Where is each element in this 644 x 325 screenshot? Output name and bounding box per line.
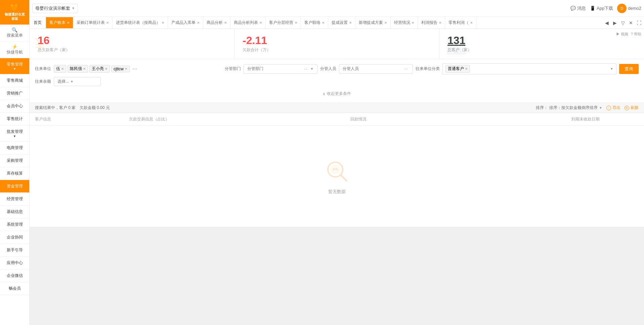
sidebar-item-inventory[interactable]: 库存核算 [0,167,29,180]
unit-label: 往来单位 [35,66,51,72]
dept-more-icon: ··· [303,66,309,72]
dept-select[interactable]: 分管部门 ··· ▼ [244,64,317,74]
tab-goods-analysis[interactable]: 商品分析 ✕ [203,17,230,28]
tab-retail-profit[interactable]: 零售利润（ ✕ [445,17,476,28]
tab-profit-report[interactable]: 利润报告 ✕ [418,17,445,28]
tab-close-retail-profit[interactable]: ✕ [470,21,473,25]
tab-customer-segment[interactable]: 客户分层经营 ✕ [266,17,301,28]
collapse-button[interactable]: ∧ 收起更多条件 [35,89,639,99]
app-download-button[interactable]: 📱 App下载 [590,5,613,11]
tab-close-all[interactable]: ✕ [627,19,635,27]
sidebar-item-ecom[interactable]: 电商管理 [0,142,29,154]
col-overdue-date: 到期未收款日期 [571,116,639,122]
sidebar-item-marketing[interactable]: 营销推广 [0,87,29,100]
tab-close-stock-stats[interactable]: ✕ [162,21,164,25]
tab-close-new-promotion[interactable]: ✕ [384,21,387,25]
tab-stock-stats[interactable]: 进货单统计表（按商品） ✕ [113,17,168,28]
stat-clients-label: 总客户（家） [447,47,636,53]
tab-purchase-stats[interactable]: 采购订单统计表 ✕ [73,17,113,28]
sidebar-item-basic[interactable]: 基础信息 [0,206,29,218]
unit-class-chevron: ▼ [610,67,613,71]
topbar-left: 母婴行业演示帐套 ▼ [32,4,78,13]
tab-produce-in[interactable]: 产成品入库单 ✕ [168,17,203,28]
tab-close-customer-segment[interactable]: ✕ [295,21,297,25]
filter-area: 往来单位 伍 ✕ 陈民强 ✕ 王小亮 ✕ cjttcw [30,59,644,103]
unit-tag-chen-close[interactable]: ✕ [83,67,86,71]
query-button[interactable]: 查询 [619,64,639,74]
tab-new-promotion[interactable]: 新增提成方案 ✕ [355,17,391,28]
sidebar-item-wechat[interactable]: 企业微信 [0,269,29,282]
stat-help-buttons: ▶ 视频 ? 帮助 [616,32,641,37]
sidebar-item-system[interactable]: 系统管理 [0,218,29,231]
balance-label: 往来余额 [35,79,51,84]
sidebar-item-retail-mall[interactable]: 零售商城 [0,74,29,87]
sidebar-item-retail[interactable]: 零售管理 ▼ [0,58,29,74]
tab-more-menu[interactable]: ▽ [619,19,627,27]
sidebar-item-app-center[interactable]: 应用中心 [0,257,29,269]
sidebar-item-retail-stats[interactable]: 零售统计 [0,113,29,125]
tab-goods-analysis-list[interactable]: 商品分析列表 ✕ [230,17,266,28]
store-selector[interactable]: 母婴行业演示帐套 ▼ [32,4,78,13]
sidebar-item-purchase[interactable]: 采购管理 [0,154,29,167]
sidebar: 🧡 畅捷通好生意 标版 🔍 搜索菜单 ⚡ 快捷导航 零售管理 ▼ 零售商城 营销… [0,0,30,325]
result-summary: 搜索结果中，客户 0 家 欠款金额 0.00 元 [35,105,110,111]
message-button[interactable]: 💬 消息 [570,5,586,11]
sidebar-item-finance[interactable]: 资金管理 [0,180,29,193]
col-payment: 回款情况 [350,116,572,122]
export-button[interactable]: ↑ 导出 [606,105,620,111]
tab-scroll-left[interactable]: ◀ [603,19,610,27]
tab-close-customer-contact[interactable]: ✕ [322,21,325,25]
col-customer-info: 客户信息 [35,116,129,122]
tab-operations[interactable]: 经营情况 ✕ [391,17,418,28]
help-btn[interactable]: ? 帮助 [631,32,641,37]
user-menu[interactable]: D demo2 [617,4,641,13]
tab-home[interactable]: 首页 [30,17,46,28]
sidebar-item-search[interactable]: 🔍 搜索菜单 [0,25,29,41]
sidebar-item-guide[interactable]: 新手引导 [0,244,29,257]
stat-bg-icon-debt: ✦ [240,33,255,55]
tab-close-goods-analysis[interactable]: ✕ [224,21,227,25]
unit-tag-wu-close[interactable]: ✕ [61,67,64,71]
tab-scroll-right[interactable]: ▶ [611,19,618,27]
sort-selector[interactable]: 排序： 排序：按欠款金额倒序排序 ▼ [536,105,602,111]
balance-select[interactable]: 选择... ▼ [54,77,101,86]
tab-accounts[interactable]: 客户账本 ✕ [46,17,73,28]
result-bar-right: 排序： 排序：按欠款金额倒序排序 ▼ ↑ 导出 ↻ 刷新 [536,105,639,111]
unit-tag-cj-close[interactable]: ✕ [125,67,127,71]
sidebar-item-quick-nav[interactable]: ⚡ 快捷导航 [0,41,29,58]
person-select[interactable]: 分管人员 ··· [339,64,413,74]
avatar: D [617,4,627,13]
stat-customers-label: 总欠款客户（家） [38,47,226,53]
unit-tag-wang[interactable]: 王小亮 ✕ [89,65,110,73]
unit-class-tag-normal[interactable]: 普通客户 ✕ [445,65,470,73]
tab-close-accounts[interactable]: ✕ [67,21,70,25]
sidebar-item-batch[interactable]: 批发管理 ▼ [0,125,29,142]
dept-chevron: ▼ [310,67,314,71]
unit-tag-cj[interactable]: cjttcw ✕ [111,66,130,72]
video-help-btn[interactable]: ▶ 视频 [616,32,628,37]
tab-expand[interactable]: ⛶ [635,19,643,27]
tab-close-operations[interactable]: ✕ [412,21,414,25]
unit-tags-more[interactable]: ··· [131,65,139,73]
unit-class-select[interactable]: 普通客户 ✕ ▼ [442,63,617,74]
unit-tag-wang-close[interactable]: ✕ [105,67,108,71]
tab-close-goods-analysis-list[interactable]: ✕ [259,21,262,25]
tab-close-profit-report[interactable]: ✕ [439,21,441,25]
dept-placeholder: 分管部门 [247,66,302,72]
person-placeholder: 分管人员 [343,66,402,72]
sidebar-item-member[interactable]: 会员中心 [0,100,29,113]
unit-tag-chen[interactable]: 陈民强 ✕ [68,65,88,73]
sidebar-item-ops[interactable]: 经营管理 [0,193,29,206]
tab-close-promotion-settings[interactable]: ✕ [349,21,352,25]
refresh-button[interactable]: ↻ 刷新 [625,105,639,111]
unit-class-tag-close[interactable]: ✕ [465,67,468,71]
stat-debt-label: 欠款合计（万） [243,47,431,53]
unit-tag-wu[interactable]: 伍 ✕ [54,65,66,73]
tab-promotion-settings[interactable]: 提成设置 ✕ [328,17,355,28]
sidebar-item-vip[interactable]: 畅会员 [0,282,29,295]
app-icon: 📱 [590,6,595,11]
tab-customer-contact[interactable]: 客户联络 ✕ [301,17,328,28]
tab-close-purchase-stats[interactable]: ✕ [106,21,109,25]
tab-close-produce-in[interactable]: ✕ [197,21,200,25]
sidebar-item-enterprise[interactable]: 企业协同 [0,231,29,244]
